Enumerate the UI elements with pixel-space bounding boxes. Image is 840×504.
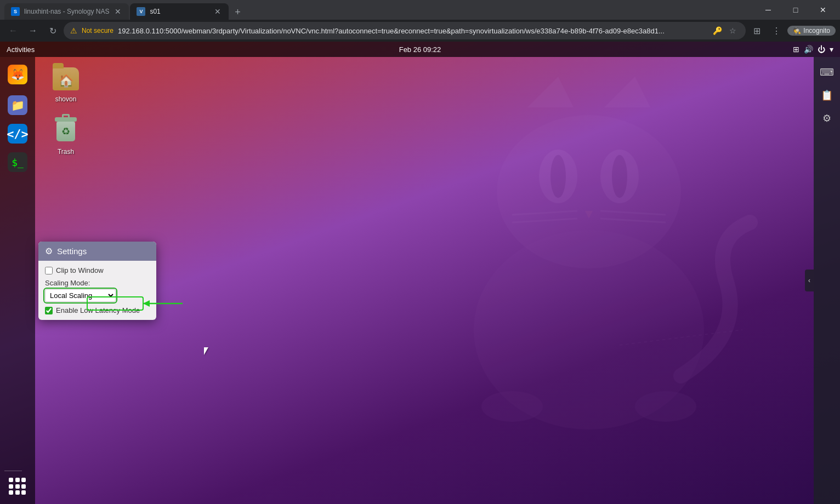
svg-marker-1	[604, 77, 650, 107]
incognito-label: Incognito	[803, 27, 830, 35]
svg-point-5	[550, 155, 566, 198]
svg-point-13	[481, 391, 543, 422]
synology-icon: S	[11, 7, 20, 16]
dock-item-firefox[interactable]: 🦊	[4, 61, 31, 88]
navigation-bar: ← → ↻ ⚠ Not secure 192.168.0.110:5000/we…	[0, 20, 840, 42]
bookmark-icon[interactable]: ☆	[726, 24, 739, 37]
trash-body: ♻	[56, 122, 75, 141]
vnc-sidebar: ‹ ⌨ 📋 ⚙	[814, 57, 840, 504]
recycle-icon: ♻	[61, 125, 70, 138]
mouse-cursor	[204, 347, 215, 358]
show-apps-button[interactable]	[4, 473, 31, 500]
dock-apps-section	[4, 468, 31, 500]
address-text: 192.168.0.110:5000/webman/3rdparty/Virtu…	[118, 27, 706, 35]
apps-grid-icon	[7, 476, 29, 497]
chrome-browser: S linuxhint-nas - Synology NAS ✕ V s01 ✕…	[0, 0, 840, 504]
settings-gear-icon: ⚙	[45, 246, 53, 256]
vnc-settings-button[interactable]: ⚙	[816, 107, 838, 129]
power-icon[interactable]: ⏻	[818, 45, 825, 54]
svg-point-14	[635, 391, 696, 422]
scaling-mode-select[interactable]: Local Scaling Remote Resizing None	[45, 289, 116, 302]
tab-favicon-synology: S	[11, 7, 20, 16]
vnc-collapse-button[interactable]: ‹	[805, 270, 814, 291]
clip-to-window-checkbox[interactable]	[45, 267, 53, 274]
dock-item-files[interactable]: 📁	[4, 92, 31, 118]
settings-title: Settings	[57, 247, 87, 256]
novnc-icon: V	[137, 7, 145, 16]
tab-title-novnc: s01	[150, 8, 209, 15]
nav-right: ⊞ ⋮ 🕵 Incognito	[748, 22, 836, 39]
home-folder-icon: 🏠	[53, 66, 79, 92]
window-controls: ─ □ ✕	[756, 0, 836, 20]
gnome-topbar: Activities Feb 26 09:22 ⊞ 🔊 ⏻ ▾	[0, 42, 840, 57]
not-secure-label: Not secure	[82, 27, 113, 35]
low-latency-row: Enable Low Latency Mode	[45, 306, 150, 314]
terminal-icon: $_	[8, 152, 27, 172]
desktop-icons: 🏠 shovon ♻	[44, 64, 88, 158]
minimize-button[interactable]: ─	[756, 0, 781, 20]
vscode-icon: </>	[8, 124, 27, 144]
content-area: Activities Feb 26 09:22 ⊞ 🔊 ⏻ ▾ 🦊 📁	[0, 42, 840, 504]
home-icon-label: shovon	[55, 95, 77, 103]
volume-icon[interactable]: 🔊	[804, 45, 813, 54]
trash-lid	[55, 117, 77, 122]
low-latency-checkbox[interactable]	[45, 307, 53, 314]
desktop-icon-home[interactable]: 🏠 shovon	[44, 64, 88, 105]
title-bar: S linuxhint-nas - Synology NAS ✕ V s01 ✕…	[0, 0, 840, 20]
clip-to-window-row: Clip to Window	[45, 266, 150, 274]
maximize-button[interactable]: □	[783, 0, 808, 20]
forward-button[interactable]: →	[24, 22, 42, 39]
menu-button[interactable]: ⋮	[768, 22, 785, 39]
gnome-activities-button[interactable]: Activities	[7, 45, 35, 54]
tab-group: S linuxhint-nas - Synology NAS ✕ V s01 ✕…	[4, 0, 245, 20]
gnome-clock: Feb 26 09:22	[399, 45, 441, 54]
folder-shape: 🏠	[53, 67, 79, 90]
trash-icon-container: ♻	[53, 118, 79, 145]
close-button[interactable]: ✕	[810, 0, 836, 20]
arrow-down-icon[interactable]: ▾	[830, 45, 833, 54]
trash-icon: ♻	[53, 118, 79, 145]
back-button[interactable]: ←	[4, 22, 22, 39]
firefox-icon: 🦊	[8, 65, 27, 84]
settings-header: ⚙ Settings	[38, 242, 156, 261]
security-icon: ⚠	[70, 26, 77, 35]
incognito-icon: 🕵	[793, 27, 801, 35]
cast-icon[interactable]: ⊞	[748, 22, 765, 39]
tab-favicon-novnc: V	[137, 7, 145, 16]
desktop-icon-trash[interactable]: ♻ Trash	[44, 116, 88, 158]
address-icons: 🔑 ☆	[711, 24, 739, 37]
key-icon[interactable]: 🔑	[711, 24, 724, 37]
files-icon: 📁	[8, 95, 27, 115]
dock-separator	[4, 471, 22, 471]
settings-body: Clip to Window Scaling Mode: Local Scali…	[38, 261, 156, 320]
low-latency-label: Enable Low Latency Mode	[56, 306, 140, 314]
scaling-mode-row: Scaling Mode: Local Scaling Remote Resiz…	[45, 279, 150, 302]
dock-item-vscode[interactable]: </>	[4, 121, 31, 147]
clip-to-window-label: Clip to Window	[56, 266, 104, 274]
gnome-systray: ⊞ 🔊 ⏻ ▾	[793, 45, 833, 54]
tab-novnc[interactable]: V s01 ✕	[130, 3, 229, 20]
trash-icon-label: Trash	[58, 148, 74, 156]
reload-button[interactable]: ↻	[44, 22, 61, 39]
tab-title-synology: linuxhint-nas - Synology NAS	[24, 8, 109, 15]
tab-close-synology[interactable]: ✕	[113, 7, 122, 16]
cat-background	[374, 69, 758, 453]
svg-marker-0	[527, 77, 574, 107]
vnc-desktop[interactable]: Activities Feb 26 09:22 ⊞ 🔊 ⏻ ▾ 🦊 📁	[0, 42, 840, 504]
settings-popup: ⚙ Settings Clip to Window Scaling Mode: …	[38, 242, 156, 320]
incognito-badge: 🕵 Incognito	[787, 26, 836, 36]
tab-synology[interactable]: S linuxhint-nas - Synology NAS ✕	[4, 3, 129, 20]
address-bar[interactable]: ⚠ Not secure 192.168.0.110:5000/webman/3…	[64, 22, 746, 39]
gnome-dock: 🦊 📁 </> $_	[0, 57, 35, 504]
vnc-clipboard-button[interactable]: 📋	[816, 84, 838, 106]
scaling-mode-label: Scaling Mode:	[45, 279, 90, 287]
svg-point-6	[612, 155, 627, 198]
tab-close-novnc[interactable]: ✕	[213, 7, 222, 16]
new-tab-button[interactable]: +	[230, 4, 245, 20]
house-icon: 🏠	[59, 74, 73, 88]
vnc-keyboard-button[interactable]: ⌨	[816, 61, 838, 83]
network-icon[interactable]: ⊞	[793, 45, 799, 54]
dock-item-terminal[interactable]: $_	[4, 149, 31, 175]
